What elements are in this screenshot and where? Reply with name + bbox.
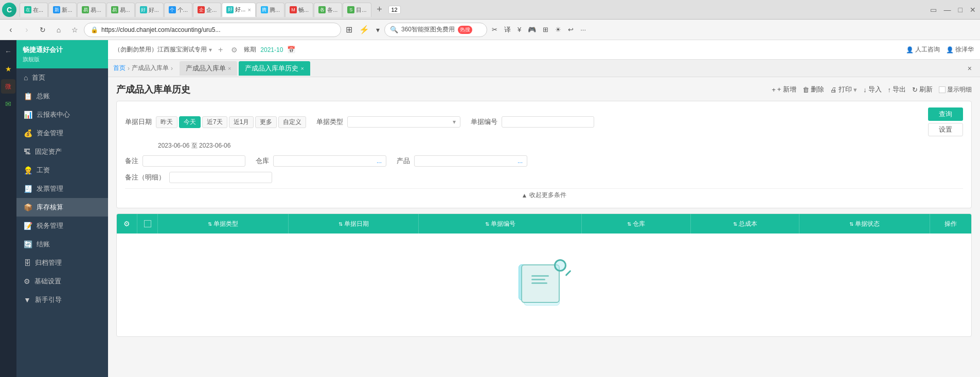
icon-sidebar-item-3[interactable]: 微 [1,79,15,94]
icon-sidebar-item-4[interactable]: ✉ [1,97,15,111]
tab-4[interactable]: 易 易... [106,3,135,17]
th-gear[interactable]: ⚙ [117,214,137,234]
game-tool[interactable]: 🎮 [526,25,538,34]
number-input[interactable] [502,116,594,128]
nav-home[interactable]: ⌂ [52,23,65,37]
icon-sidebar-item-1[interactable]: ← [1,44,15,59]
tab-3[interactable]: 易 易... [77,3,105,17]
sidebar-item-fixed[interactable]: 🏗 固定资产 [16,142,108,161]
th-warehouse[interactable]: ⇅ 仓库 [582,214,691,234]
dropdown-icon[interactable]: ▾ [374,25,382,35]
nav-refresh[interactable]: ↻ [36,23,49,37]
calendar-icon[interactable]: 📅 [287,46,295,53]
minimize-button[interactable]: — [942,5,953,15]
remark-input[interactable] [142,155,245,167]
page-tab-list[interactable]: 产成品入库单 × [180,61,237,76]
tab-5[interactable]: 好 好... [135,3,164,17]
icon-sidebar-item-2[interactable]: ★ [1,62,15,76]
sidebar-item-basic[interactable]: ⚙ 基础设置 [16,272,108,291]
date-btn-more[interactable]: 更多 [255,116,277,128]
query-button[interactable]: 查询 [928,107,963,121]
tab-8-active[interactable]: 好 好... × [222,3,256,17]
app-icon[interactable]: C [2,3,16,17]
product-input[interactable]: ... [414,155,527,167]
import-label: 导入 [868,85,882,94]
human-service-btn[interactable]: 👤 人工咨询 [906,45,940,54]
detail-remark-input[interactable] [169,172,272,183]
tab-6[interactable]: 个 个... [164,3,192,17]
settings-btn[interactable]: ⚙ [229,46,240,54]
date-btn-custom[interactable]: 自定义 [278,116,306,128]
sidebar-item-ledger[interactable]: 📋 总账 [16,87,108,105]
delete-button[interactable]: 🗑 删除 [803,85,824,94]
tab-10[interactable]: M 畅... [285,3,313,17]
translate-tool[interactable]: 译 [502,24,513,35]
grid-icon[interactable]: ⊞ [344,24,354,35]
th-cost[interactable]: ⇅ 总成本 [691,214,800,234]
tab-1[interactable]: 在 在... [20,3,48,17]
add-button[interactable]: + + 新增 [772,85,796,94]
nav-forward[interactable]: › [20,23,33,37]
period-value[interactable]: 2021-10 [260,46,283,53]
tab-7[interactable]: 企 企... [193,3,221,17]
restore-button[interactable]: ▭ [928,5,939,15]
tab-history-close[interactable]: × [300,65,304,71]
tab-2[interactable]: 新 新... [48,3,77,17]
th-date[interactable]: ⇅ 单据日期 [289,214,419,234]
settings-action-button[interactable]: 设置 [928,123,963,136]
sun-tool[interactable]: ☀ [553,25,563,34]
sidebar-item-inventory[interactable]: 📦 库存核算 [16,198,108,217]
show-columns-toggle[interactable]: 显示明细 [939,85,972,94]
th-status[interactable]: ⇅ 单据状态 [799,214,930,234]
sidebar-item-reports[interactable]: 📊 云报表中心 [16,105,108,124]
sidebar-item-settle[interactable]: 🔄 结账 [16,235,108,254]
tab8-close[interactable]: × [247,7,251,13]
breadcrumb-home[interactable]: 首页 [113,64,126,73]
user-avatar[interactable]: 👤 徐泽华 [946,45,974,54]
print-button[interactable]: 🖨 打印 ▾ [830,85,857,94]
nav-back[interactable]: ‹ [4,23,17,37]
page-title: 产成品入库单历史 [116,83,190,96]
th-number[interactable]: ⇅ 单据编号 [419,214,582,234]
tab-12[interactable]: S 目... [343,3,371,17]
tab-list-close[interactable]: × [228,65,231,71]
undo-tool[interactable]: ↩ [566,25,576,34]
sidebar-item-funds[interactable]: 💰 资金管理 [16,124,108,142]
tab-new-button[interactable]: + [373,3,386,16]
import-button[interactable]: ↓ 导入 [863,85,882,94]
date-btn-week[interactable]: 近7天 [202,116,227,128]
sidebar-item-invoice[interactable]: 🧾 发票管理 [16,179,108,198]
yuan-tool[interactable]: ¥ [515,25,523,34]
type-dropdown[interactable]: ▾ [347,116,460,128]
sidebar-item-home[interactable]: ⌂ 首页 [16,68,108,87]
maximize-button[interactable]: □ [956,5,965,15]
page-tab-history[interactable]: 产成品入库单历史 × [239,61,310,76]
add-company-btn[interactable]: + [216,45,225,55]
tab-11[interactable]: 各 各... [314,3,342,17]
export-button[interactable]: ↑ 导出 [888,85,906,94]
cut-tool[interactable]: ✂ [490,25,500,34]
sidebar-item-archive[interactable]: 🗄 归档管理 [16,254,108,272]
close-button[interactable]: ✕ [968,5,978,15]
company-selector[interactable]: （勿删勿禁用）江西服宝测试专用 ▾ [114,45,212,54]
th-type[interactable]: ⇅ 单据类型 [158,214,289,234]
more-tool[interactable]: ··· [578,25,588,34]
date-btn-month[interactable]: 近1月 [229,116,254,128]
date-btn-today[interactable]: 今天 [179,116,201,128]
th-checkbox[interactable] [137,214,158,234]
sidebar-item-tax[interactable]: 📝 税务管理 [16,217,108,235]
search-bar[interactable]: 🔍 360智能抠图免费用 热搜 [384,23,487,37]
sidebar-brand[interactable]: 畅捷通好会计 旗舰版 [16,40,108,68]
address-input-wrapper[interactable]: 🔒 https://cloud.chanjet.com/accounting/u… [84,23,341,37]
warehouse-input[interactable]: ... [273,155,386,167]
lightning-icon[interactable]: ⚡ [357,24,371,35]
sidebar-item-wages[interactable]: 👷 工资 [16,161,108,179]
date-btn-yesterday[interactable]: 昨天 [156,116,177,128]
sidebar-item-more[interactable]: ▼ 新手引导 [16,291,108,309]
panel-close-btn[interactable]: × [965,63,975,74]
collapse-button[interactable]: ▲ 收起更多条件 [125,188,963,202]
refresh-button[interactable]: ↻ 刷新 [912,85,933,94]
tab-9[interactable]: 腾 腾... [256,3,284,17]
grid-tool[interactable]: ⊞ [541,25,550,34]
nav-bookmark[interactable]: ☆ [68,23,81,37]
